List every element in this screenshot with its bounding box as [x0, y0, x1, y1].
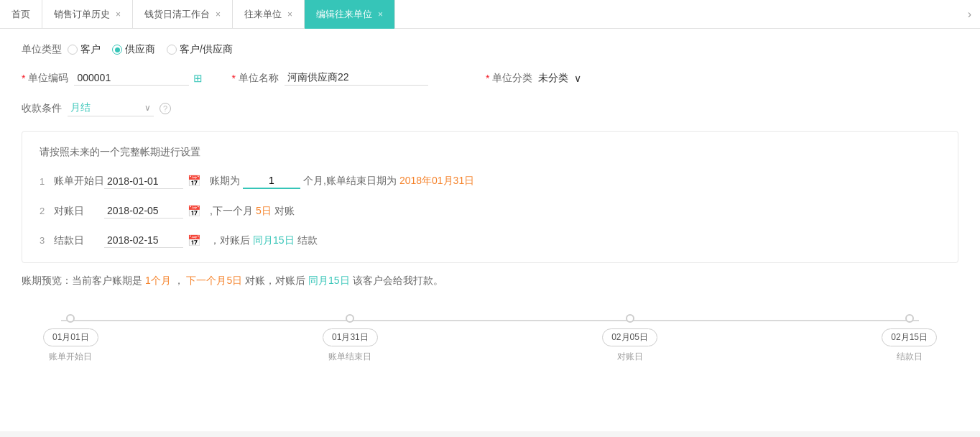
tl-label-2: 账单结束日	[328, 351, 371, 363]
reconcile-prefix: ,下一个月	[210, 205, 253, 218]
timeline-node-3: 02月05日 对账日	[602, 310, 657, 363]
radio-customer[interactable]: 客户	[68, 43, 101, 56]
tl-badge-wrap-3: 02月05日	[602, 328, 657, 346]
tl-dot-3	[626, 314, 634, 323]
radio-supplier[interactable]: 供应商	[112, 43, 155, 56]
period-num-1: 1	[40, 176, 54, 187]
close-tab-edit[interactable]: ×	[378, 9, 383, 19]
payment-day-highlight: 同月15日	[253, 234, 295, 247]
close-tab-sales[interactable]: ×	[116, 9, 121, 19]
tabs-bar: 首页 销售订单历史 × 钱货日清工作台 × 往来单位 × 编辑往来单位 × ›	[0, 0, 980, 29]
payment-prefix: ，对账后	[210, 234, 250, 247]
tab-counterparty[interactable]: 往来单位 ×	[233, 0, 305, 29]
period-row-3: 3 结款日 📅 ，对账后 同月15日 结款	[40, 233, 940, 248]
period-suffix-post: 个月,账单结束日期为	[303, 175, 397, 188]
category-dropdown[interactable]: 未分类 ∨	[538, 72, 581, 85]
tl-badge-2: 01月31日	[323, 328, 378, 346]
tab-sales-history[interactable]: 销售订单历史 ×	[42, 0, 133, 29]
period-num-3: 3	[40, 235, 54, 246]
tl-badge-wrap-1: 01月01日	[43, 328, 98, 346]
tab-edit-counterparty[interactable]: 编辑往来单位 ×	[305, 0, 395, 29]
tl-label-1: 账单开始日	[49, 351, 92, 363]
help-icon[interactable]: ?	[160, 103, 171, 114]
tl-badge-wrap-4: 02月15日	[882, 328, 937, 346]
timeline-node-1: 01月01日 账单开始日	[43, 310, 98, 363]
radio-both[interactable]: 客户/供应商	[167, 43, 233, 56]
radio-circle-both	[167, 45, 177, 55]
months-input[interactable]	[243, 173, 300, 189]
radio-circle-supplier	[112, 45, 122, 55]
timeline-node-2: 01月31日 账单结束日	[323, 310, 378, 363]
category-label: 单位分类	[492, 72, 532, 85]
payment-value: 月结	[70, 101, 140, 114]
start-date-cal-icon[interactable]: 📅	[188, 175, 201, 188]
payment-date-input[interactable]	[104, 233, 183, 248]
tl-label-3: 对账日	[617, 351, 643, 363]
payment-select[interactable]: 月结 ∨	[68, 100, 154, 116]
reconcile-day-highlight: 5日	[256, 205, 272, 218]
name-item: * 单位名称	[231, 70, 427, 86]
period-row-2: 2 对账日 📅 ,下一个月 5日 对账	[40, 203, 940, 218]
preview-mid2: 对账，对账后	[245, 275, 308, 286]
reconcile-suffix: 对账	[274, 205, 295, 218]
period-num-2: 2	[40, 206, 54, 216]
category-arrow-icon: ∨	[574, 73, 581, 84]
unit-type-row: 单位类型 客户 供应商 客户/供应商	[22, 43, 958, 56]
reconcile-date-input[interactable]	[104, 203, 183, 218]
tl-badge-4: 02月15日	[882, 328, 937, 346]
end-date-highlight: 2018年01月31日	[399, 175, 474, 188]
cat-required: *	[486, 73, 489, 84]
period-suffix-pre: 账期为	[210, 175, 240, 188]
code-input[interactable]	[74, 70, 189, 86]
period-suffix-2: ,下一个月 5日 对账	[210, 205, 295, 218]
name-input[interactable]	[285, 70, 428, 86]
code-required: *	[22, 73, 25, 84]
timeline-node-4: 02月15日 结款日	[882, 310, 937, 363]
payment-label: 收款条件	[22, 102, 62, 115]
start-date-input[interactable]	[104, 174, 183, 189]
radio-label-supplier: 供应商	[125, 43, 155, 56]
tl-badge-1: 01月01日	[43, 328, 98, 346]
unit-info-row: * 单位编码 ⊞ * 单位名称 * 单位分类 未分类 ∨	[22, 70, 958, 86]
payment-cal-icon[interactable]: 📅	[188, 234, 201, 247]
preview-mid1: ，	[174, 275, 184, 286]
preview-suffix: 该客户会给我打款。	[353, 275, 443, 286]
preview-prefix: 账期预览：当前客户账期是	[22, 275, 145, 286]
preview-months: 1个月	[145, 275, 171, 286]
period-suffix-3: ，对账后 同月15日 结款	[210, 234, 318, 247]
tl-dot-4	[905, 314, 914, 323]
preview-text: 账期预览：当前客户账期是 1个月 ， 下一个月5日 对账，对账后 同月15日 该…	[22, 272, 958, 290]
payment-item: 收款条件 月结 ∨ ?	[22, 100, 171, 116]
period-label-1: 账单开始日	[54, 175, 104, 188]
tl-badge-3: 02月05日	[602, 328, 657, 346]
name-required: *	[231, 73, 235, 84]
period-title: 请按照未来的一个完整帐期进行设置	[40, 146, 940, 159]
code-label: 单位编码	[28, 72, 68, 85]
period-suffix-1: 账期为 个月,账单结束日期为 2018年01月31日	[210, 173, 474, 189]
timeline-container: 01月01日 账单开始日 01月31日 账单结束日 02月05日 对账日	[22, 307, 958, 363]
tab-home[interactable]: 首页	[0, 0, 42, 29]
payment-suffix: 结款	[297, 234, 318, 247]
radio-group: 客户 供应商 客户/供应商	[68, 43, 233, 56]
payment-arrow-icon: ∨	[144, 103, 151, 113]
code-copy-icon[interactable]: ⊞	[193, 72, 203, 85]
tabs-more-arrow[interactable]: ›	[959, 8, 980, 21]
tl-badge-wrap-2: 01月31日	[323, 328, 378, 346]
preview-next-day: 下一个月5日	[186, 275, 242, 286]
name-label: 单位名称	[239, 72, 279, 85]
period-row-1: 1 账单开始日 📅 账期为 个月,账单结束日期为 2018年01月31日	[40, 173, 940, 189]
period-settings-box: 请按照未来的一个完整帐期进行设置 1 账单开始日 📅 账期为 个月,账单结束日期…	[22, 131, 958, 263]
payment-row: 收款条件 月结 ∨ ?	[22, 100, 958, 116]
radio-label-customer: 客户	[80, 43, 101, 56]
tab-cashwork[interactable]: 钱货日清工作台 ×	[133, 0, 233, 29]
reconcile-cal-icon[interactable]: 📅	[188, 205, 201, 218]
tl-dot-2	[346, 314, 354, 323]
main-content: 单位类型 客户 供应商 客户/供应商 * 单位编码	[0, 29, 980, 431]
radio-circle-customer	[68, 45, 78, 55]
period-label-3: 结款日	[54, 234, 104, 247]
tl-label-4: 结款日	[897, 351, 923, 363]
close-tab-counterparty[interactable]: ×	[287, 9, 292, 19]
period-label-2: 对账日	[54, 205, 104, 218]
code-item: * 单位编码 ⊞	[22, 70, 203, 86]
close-tab-cashwork[interactable]: ×	[216, 9, 221, 19]
